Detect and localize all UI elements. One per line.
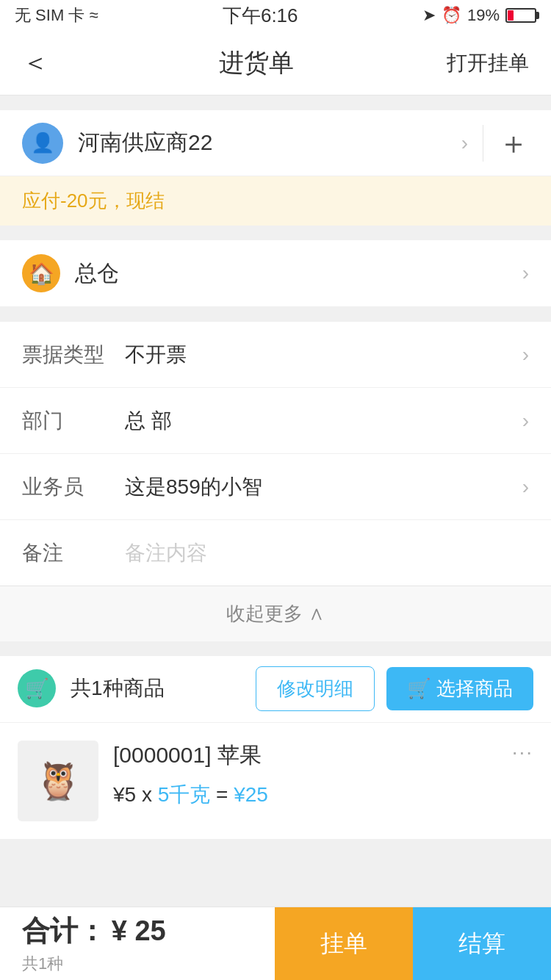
battery-label: 19% xyxy=(467,6,500,25)
total-amount: 合计： ¥ 25 xyxy=(22,912,253,950)
bottom-summary: 合计： ¥ 25 共1种 xyxy=(0,907,275,980)
value-dept: 总 部 xyxy=(110,407,522,435)
supplier-card: 👤 河南供应商22 › ＋ 应付-20元，现结 xyxy=(0,110,551,226)
collapse-label: 收起更多 ∧ xyxy=(226,601,324,627)
product-section: 🛒 共1种商品 修改明细 🛒 选择商品 🦉 [0000001] 苹果 ¥5 x … xyxy=(0,656,551,839)
cart-icon: 🛒 xyxy=(25,677,48,700)
product-item: 🦉 [0000001] 苹果 ¥5 x 5千克 = ¥25 ··· xyxy=(0,722,551,839)
form-row-dept[interactable]: 部门 总 部 › xyxy=(0,387,551,453)
form-row-sales[interactable]: 业务员 这是859的小智 › xyxy=(0,453,551,519)
price-separator: x xyxy=(142,783,158,806)
location-icon: ➤ xyxy=(422,6,436,25)
product-header: 🛒 共1种商品 修改明细 🛒 选择商品 xyxy=(0,656,551,721)
total-label: 合计： xyxy=(22,915,106,946)
status-right: ➤ ⏰ 19% xyxy=(422,6,536,25)
page-title: 进货单 xyxy=(219,46,294,80)
label-ticket-type: 票据类型 xyxy=(22,341,110,369)
label-remark: 备注 xyxy=(22,539,110,567)
product-price: ¥5 x 5千克 = ¥25 xyxy=(113,781,505,809)
notice-text: 应付-20元，现结 xyxy=(22,190,165,212)
select-product-button[interactable]: 🛒 选择商品 xyxy=(386,667,533,710)
chevron-right-icon-2: › xyxy=(522,262,529,285)
more-options-button[interactable]: ··· xyxy=(505,741,533,764)
product-thumbnail: 🦉 xyxy=(18,741,98,821)
price-unit: ¥5 xyxy=(113,783,136,806)
product-qty: 5千克 xyxy=(158,783,211,806)
status-left: 无 SIM 卡 ≈ xyxy=(15,4,98,26)
chevron-ticket: › xyxy=(522,343,529,367)
supplier-name: 河南供应商22 xyxy=(78,128,461,158)
product-total: ¥25 xyxy=(234,783,268,806)
product-title: 苹果 xyxy=(217,743,262,767)
value-ticket-type: 不开票 xyxy=(110,341,522,369)
status-time: 下午6:16 xyxy=(223,3,298,29)
section-gap-2 xyxy=(0,226,551,240)
chevron-sales: › xyxy=(522,475,529,499)
product-info: [0000001] 苹果 ¥5 x 5千克 = ¥25 xyxy=(113,741,505,809)
back-button[interactable]: ＜ xyxy=(22,45,66,81)
add-supplier-button[interactable]: ＋ xyxy=(498,123,529,164)
battery-icon xyxy=(505,8,536,23)
open-pending-button[interactable]: 打开挂单 xyxy=(447,49,529,77)
product-count-text: 共1种商品 xyxy=(71,674,256,702)
supplier-row[interactable]: 👤 河南供应商22 › ＋ xyxy=(0,110,551,176)
form-card: 票据类型 不开票 › 部门 总 部 › 业务员 这是859的小智 › 备注 备注… xyxy=(0,321,551,641)
form-row-ticket[interactable]: 票据类型 不开票 › xyxy=(0,321,551,387)
select-product-label: 选择商品 xyxy=(436,676,513,702)
product-name: [0000001] 苹果 xyxy=(113,741,505,771)
warehouse-row[interactable]: 🏠 总仓 › xyxy=(0,240,551,306)
chevron-right-icon: › xyxy=(461,131,468,155)
avatar-icon: 👤 xyxy=(31,131,54,154)
checkout-button[interactable]: 结算 xyxy=(413,907,551,980)
product-code: [0000001] xyxy=(113,743,211,767)
add-product-icon: 🛒 xyxy=(407,677,431,700)
label-sales: 业务员 xyxy=(22,473,110,501)
warehouse-card: 🏠 总仓 › xyxy=(0,240,551,306)
collapse-toggle[interactable]: 收起更多 ∧ xyxy=(0,586,551,641)
form-row-remark[interactable]: 备注 备注内容 xyxy=(0,519,551,586)
section-gap-3 xyxy=(0,306,551,321)
owl-icon: 🦉 xyxy=(35,760,81,802)
section-gap-4 xyxy=(0,641,551,656)
price-equals: = xyxy=(216,783,234,806)
warehouse-icon: 🏠 xyxy=(22,254,60,292)
total-value: ¥ 25 xyxy=(112,915,166,946)
summary-count: 共1种 xyxy=(22,953,253,975)
section-gap-1 xyxy=(0,96,551,110)
warehouse-name: 总仓 xyxy=(75,259,522,289)
label-dept: 部门 xyxy=(22,407,110,435)
supplier-avatar: 👤 xyxy=(22,123,63,164)
chevron-dept: › xyxy=(522,409,529,433)
value-sales: 这是859的小智 xyxy=(110,473,522,501)
vertical-divider xyxy=(483,125,483,162)
bottom-bar: 合计： ¥ 25 共1种 挂单 结算 xyxy=(0,907,551,980)
value-remark[interactable]: 备注内容 xyxy=(110,539,529,567)
status-bar: 无 SIM 卡 ≈ 下午6:16 ➤ ⏰ 19% xyxy=(0,0,551,31)
nav-bar: ＜ 进货单 打开挂单 xyxy=(0,31,551,96)
alarm-icon: ⏰ xyxy=(442,6,461,25)
sim-label: 无 SIM 卡 ≈ xyxy=(15,4,98,26)
notice-banner: 应付-20元，现结 xyxy=(0,176,551,226)
edit-detail-button[interactable]: 修改明细 xyxy=(256,666,375,711)
pending-button[interactable]: 挂单 xyxy=(275,907,413,980)
product-count-icon: 🛒 xyxy=(18,669,56,707)
